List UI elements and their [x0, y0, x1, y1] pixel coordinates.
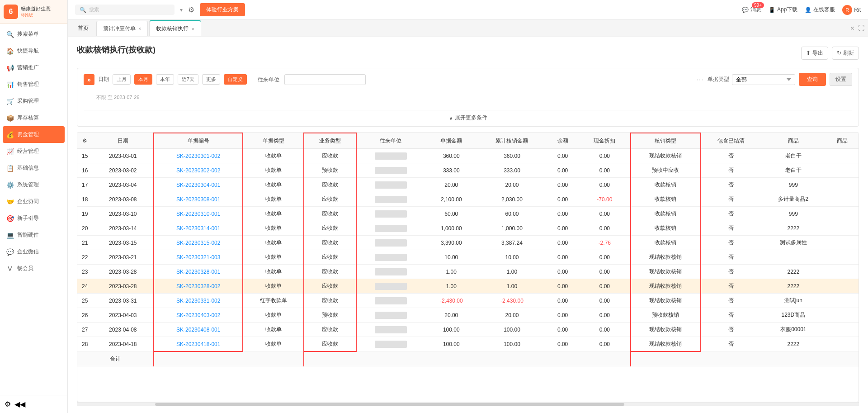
cell-cash-discount: 0.00	[579, 250, 631, 265]
cell-bill-amount: 100.00	[425, 323, 478, 337]
filter-btn-7days[interactable]: 近7天	[178, 74, 198, 85]
filter-btn-this-year[interactable]: 本年	[156, 74, 174, 85]
tab-prepayment[interactable]: 预计冲应付单 ×	[96, 21, 148, 36]
partner-input[interactable]	[284, 74, 366, 85]
filter-btn-last-month[interactable]: 上月	[113, 74, 131, 85]
cell-cash-discount: 0.00	[579, 323, 631, 337]
cell-bill-type: 收款单	[243, 308, 304, 323]
cell-bill-type: 收款单	[243, 207, 304, 221]
sidebar-item-system[interactable]: ⚙️ 系统管理	[0, 176, 67, 193]
cell-index: 17	[77, 178, 92, 192]
sidebar-item-member[interactable]: V 畅会员	[0, 260, 67, 277]
query-btn[interactable]: 查询	[799, 73, 826, 86]
home-icon: 🏠	[6, 47, 14, 55]
cell-bill-amount: 100.00	[425, 337, 478, 352]
bill-no-link[interactable]: SK-20230418-001	[176, 341, 220, 347]
receipt-type-select[interactable]: 全部	[732, 74, 795, 85]
tab-close-icon[interactable]: ×	[191, 26, 194, 32]
tab-close-all-icon[interactable]: ×	[850, 24, 854, 33]
solution-btn[interactable]: 体验行业方案	[200, 3, 245, 16]
filter-btn-this-month[interactable]: 本月	[134, 74, 152, 85]
sidebar-item-finance[interactable]: 💰 资金管理	[3, 126, 65, 143]
header-settings-icon[interactable]: ⚙	[188, 5, 194, 14]
sidebar-collapse-icon[interactable]: ◀◀	[14, 400, 25, 408]
col-header-cash-discount: 现金折扣	[579, 133, 631, 149]
bill-no-link[interactable]: SK-20230315-002	[176, 240, 220, 246]
filter-btn-more[interactable]: 更多	[202, 74, 220, 85]
cell-product2	[826, 279, 859, 294]
cell-bill-amount: 333.00	[425, 163, 478, 178]
cell-product2	[826, 236, 859, 250]
sidebar-item-inventory[interactable]: 📦 库存核算	[0, 109, 67, 126]
col-header-product: 商品	[761, 133, 826, 149]
cell-bill-no: SK-20230315-002	[154, 236, 243, 250]
cell-include-settled: 否	[701, 250, 761, 265]
sidebar-item-sales[interactable]: 📊 销售管理	[0, 76, 67, 93]
tab-fullscreen-icon[interactable]: ⛶	[858, 24, 864, 33]
logo-name: 畅康道好生意	[21, 5, 51, 12]
expand-more-btn[interactable]: ∨ 展开更多条件	[449, 114, 487, 122]
header-chevron-icon[interactable]: ▾	[180, 7, 183, 13]
messages-btn[interactable]: 💬 消息 99+	[742, 6, 761, 14]
bill-no-link[interactable]: SK-20230321-003	[176, 254, 220, 261]
bill-no-link[interactable]: SK-20230331-002	[176, 298, 220, 304]
bill-no-link[interactable]: SK-20230310-001	[176, 211, 220, 217]
col-header-settings[interactable]: ⚙	[77, 133, 92, 149]
filter-btn-custom[interactable]: 自定义	[224, 74, 247, 85]
refresh-btn[interactable]: ↻ 刷新	[832, 47, 859, 60]
sidebar-item-basic[interactable]: 📋 基础信息	[0, 160, 67, 176]
table-row: 22 2023-03-21 SK-20230321-003 收款单 应收款 ██…	[77, 250, 859, 265]
sidebar-item-label: 企业微信	[17, 248, 39, 256]
online-support-btn[interactable]: 👤 在线客服	[805, 6, 835, 14]
cell-partner: ████	[356, 265, 425, 279]
table-footer-row: 合计	[77, 351, 859, 366]
sidebar-item-collab[interactable]: 🤝 企业协同	[0, 193, 67, 210]
cell-product: 2222	[761, 337, 826, 352]
sidebar-item-operation[interactable]: 📈 经营管理	[0, 143, 67, 160]
filter-settings-btn[interactable]: 设置	[830, 73, 852, 86]
bill-no-link[interactable]: SK-20230328-002	[176, 283, 220, 290]
sidebar-settings-icon[interactable]: ⚙	[5, 400, 11, 408]
export-btn[interactable]: ⬆ 导出	[801, 47, 828, 60]
cell-bill-type: 收款单	[243, 323, 304, 337]
horizontal-scrollbar[interactable]	[77, 402, 859, 406]
filter-toggle-btn[interactable]: »	[84, 74, 94, 85]
bill-no-link[interactable]: SK-20230403-002	[176, 312, 220, 318]
cell-biz-type: 应收款	[304, 250, 356, 265]
cell-bill-amount: 20.00	[425, 178, 478, 192]
sidebar-item-hardware[interactable]: 💻 智能硬件	[0, 227, 67, 243]
system-icon: ⚙️	[6, 181, 14, 189]
sidebar-item-wechat[interactable]: 💬 企业微信	[0, 243, 67, 260]
cell-bill-amount: 360.00	[425, 149, 478, 163]
cell-index: 25	[77, 294, 92, 308]
tab-collection[interactable]: 收款核销执行 ×	[149, 20, 201, 36]
scrollbar-thumb[interactable]	[155, 403, 624, 406]
cell-include-settled: 否	[701, 265, 761, 279]
sidebar-item-quicknav[interactable]: 🏠 快捷导航	[0, 43, 67, 59]
bill-no-link[interactable]: SK-20230328-001	[176, 269, 220, 275]
user-name[interactable]: R Rit	[842, 5, 861, 15]
cell-balance: 0.00	[546, 294, 579, 308]
cell-balance: 0.00	[546, 323, 579, 337]
tab-close-icon[interactable]: ×	[138, 26, 141, 31]
bill-no-link[interactable]: SK-20230308-001	[176, 196, 220, 203]
tab-home[interactable]: 首页	[71, 21, 95, 36]
cell-bill-no: SK-20230302-002	[154, 163, 243, 178]
bill-no-link[interactable]: SK-20230301-002	[176, 153, 220, 159]
bill-no-link[interactable]: SK-20230304-001	[176, 182, 220, 188]
sidebar-item-marketing[interactable]: 📢 营销推广	[0, 59, 67, 76]
cell-cancel-type: 现结收款核销	[631, 250, 701, 265]
col-header-bill-amount: 单据金额	[425, 133, 478, 149]
purchase-icon: 🛒	[6, 98, 14, 105]
bill-no-link[interactable]: SK-20230408-001	[176, 327, 220, 333]
bill-no-link[interactable]: SK-20230314-001	[176, 225, 220, 232]
table-row: 17 2023-03-04 SK-20230304-001 收款单 应收款 ██…	[77, 178, 859, 192]
app-download-btn[interactable]: 📱 App下载	[769, 6, 797, 14]
sidebar-item-purchase[interactable]: 🛒 采购管理	[0, 93, 67, 109]
cell-cash-discount: 0.00	[579, 265, 631, 279]
export-icon: ⬆	[806, 50, 811, 56]
sidebar-item-search[interactable]: 🔍 搜索菜单	[0, 26, 67, 43]
bill-no-link[interactable]: SK-20230302-002	[176, 167, 220, 174]
sidebar-item-guide[interactable]: 🎯 新手引导	[0, 210, 67, 227]
cell-biz-type: 预收款	[304, 308, 356, 323]
